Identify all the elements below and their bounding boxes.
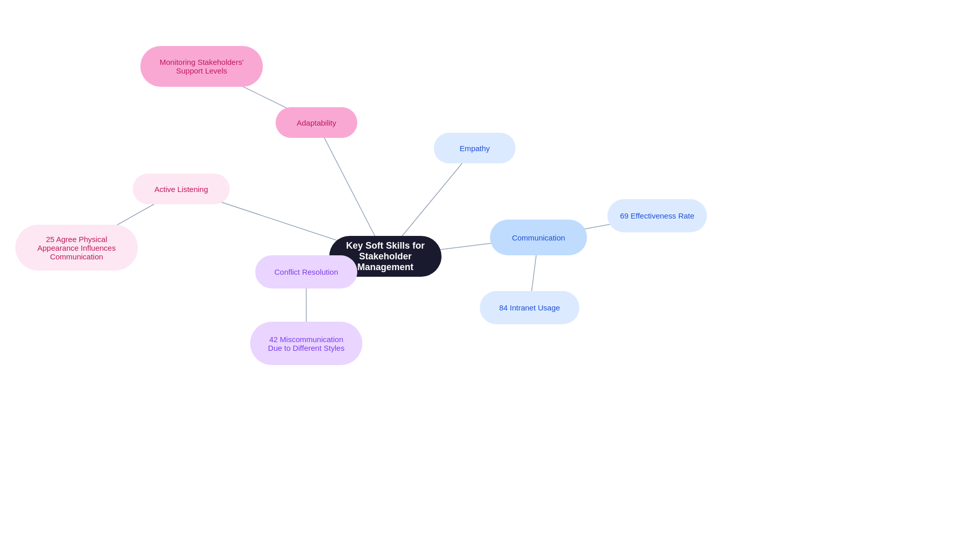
communication-label: Communication (512, 233, 565, 242)
communication-node[interactable]: Communication (490, 220, 587, 255)
connections-svg (0, 0, 980, 553)
empathy-node[interactable]: Empathy (434, 133, 516, 163)
intranet-usage-node[interactable]: 84 Intranet Usage (480, 291, 579, 324)
physical-appearance-label: 25 Agree Physical Appearance Influences … (27, 235, 127, 261)
adaptability-node[interactable]: Adaptability (276, 107, 357, 138)
monitoring-node[interactable]: Monitoring Stakeholders' Support Levels (140, 46, 263, 87)
active-listening-label: Active Listening (154, 185, 208, 194)
monitoring-label: Monitoring Stakeholders' Support Levels (152, 58, 252, 75)
miscommunication-label: 42 Miscommunication Due to Different Sty… (261, 335, 351, 352)
active-listening-node[interactable]: Active Listening (133, 174, 230, 204)
physical-appearance-node[interactable]: 25 Agree Physical Appearance Influences … (15, 225, 138, 271)
adaptability-label: Adaptability (297, 118, 336, 127)
intranet-usage-label: 84 Intranet Usage (499, 303, 560, 312)
mind-map: Key Soft Skills for Stakeholder Manageme… (0, 0, 980, 553)
conflict-resolution-label: Conflict Resolution (274, 268, 338, 276)
conflict-resolution-node[interactable]: Conflict Resolution (255, 255, 357, 288)
effectiveness-rate-node[interactable]: 69 Effectiveness Rate (607, 199, 707, 232)
empathy-label: Empathy (459, 144, 489, 153)
miscommunication-node[interactable]: 42 Miscommunication Due to Different Sty… (250, 322, 362, 365)
effectiveness-rate-label: 69 Effectiveness Rate (620, 211, 695, 220)
